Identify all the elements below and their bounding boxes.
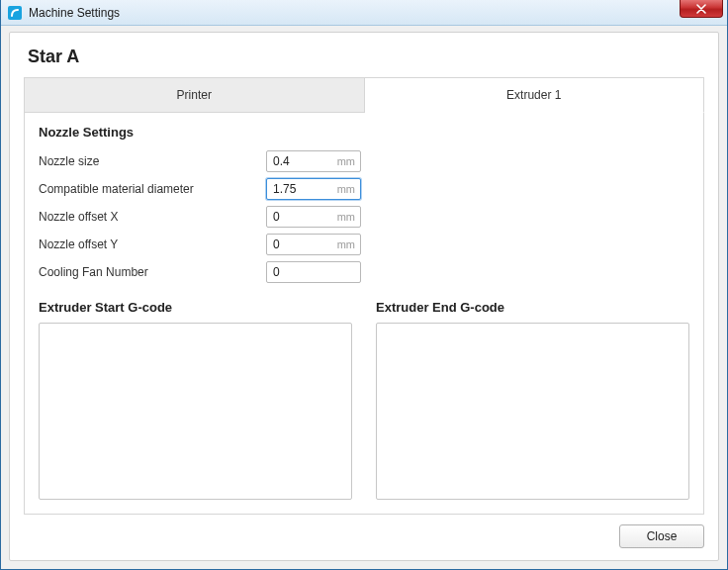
row-nozzle-offset-x: Nozzle offset X mm [39, 203, 689, 231]
svg-rect-0 [8, 6, 22, 20]
tab-bar: Printer Extruder 1 [24, 77, 704, 113]
label-end-gcode: Extruder End G-code [376, 300, 689, 315]
header: Star A [10, 33, 718, 77]
nozzle-settings-title: Nozzle Settings [39, 125, 689, 140]
row-cooling-fan-number: Cooling Fan Number [39, 258, 689, 286]
tab-body-extruder-1: Nozzle Settings Nozzle size mm Compatibl… [24, 113, 704, 515]
textarea-start-gcode[interactable] [39, 323, 352, 500]
machine-settings-window: Machine Settings Star A Printer Extruder… [0, 0, 728, 570]
label-nozzle-offset-x: Nozzle offset X [39, 210, 266, 224]
extruder-start-gcode: Extruder Start G-code [39, 300, 352, 500]
extruder-end-gcode: Extruder End G-code [376, 300, 689, 500]
field-cooling-fan-number [266, 261, 361, 283]
input-material-diameter[interactable] [266, 178, 361, 200]
label-nozzle-offset-y: Nozzle offset Y [39, 238, 266, 251]
field-nozzle-offset-y: mm [266, 234, 361, 255]
window-title: Machine Settings [29, 6, 120, 20]
app-icon [7, 5, 23, 21]
label-cooling-fan-number: Cooling Fan Number [39, 265, 266, 279]
input-nozzle-offset-x[interactable] [266, 206, 361, 228]
printer-name: Star A [28, 47, 700, 67]
footer: Close [10, 515, 718, 560]
textarea-end-gcode[interactable] [376, 323, 689, 500]
field-nozzle-offset-x: mm [266, 206, 361, 228]
row-material-diameter: Compatible material diameter mm [39, 175, 689, 203]
label-nozzle-size: Nozzle size [39, 154, 266, 168]
close-icon [696, 4, 706, 14]
close-button[interactable]: Close [619, 524, 704, 548]
label-start-gcode: Extruder Start G-code [39, 300, 352, 315]
label-material-diameter: Compatible material diameter [39, 182, 266, 196]
title-bar: Machine Settings [1, 0, 727, 26]
input-nozzle-size[interactable] [266, 150, 361, 172]
window-close-button[interactable] [680, 0, 723, 18]
input-nozzle-offset-y[interactable] [266, 234, 361, 255]
client-area: Star A Printer Extruder 1 Nozzle Setting… [9, 32, 719, 561]
tab-extruder-1[interactable]: Extruder 1 [365, 77, 705, 113]
row-nozzle-size: Nozzle size mm [39, 147, 689, 175]
nozzle-fields: Nozzle size mm Compatible material diame… [39, 147, 689, 286]
gcode-section: Extruder Start G-code Extruder End G-cod… [39, 300, 689, 500]
field-nozzle-size: mm [266, 150, 361, 172]
field-material-diameter: mm [266, 178, 361, 200]
tab-printer[interactable]: Printer [24, 77, 365, 113]
row-nozzle-offset-y: Nozzle offset Y mm [39, 231, 689, 258]
input-cooling-fan-number[interactable] [266, 261, 361, 283]
